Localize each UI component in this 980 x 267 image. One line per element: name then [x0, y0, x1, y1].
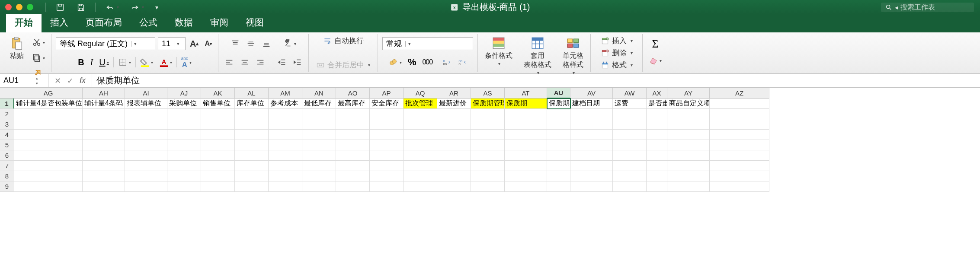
cell-AQ6[interactable]	[404, 150, 437, 161]
cell-AX8[interactable]	[647, 171, 667, 181]
cell-AJ1[interactable]: 采购单位	[167, 99, 201, 109]
cell-AH1[interactable]: 辅计量4条码	[83, 99, 125, 109]
wrap-text-button[interactable]: 自动换行	[321, 35, 365, 47]
cell-AM1[interactable]: 参考成本	[269, 99, 302, 109]
cell-AG9[interactable]	[14, 181, 83, 192]
row-header-2[interactable]: 2	[0, 109, 14, 119]
cell-AH4[interactable]	[83, 130, 125, 140]
cell-AY2[interactable]	[667, 109, 710, 119]
cell-AV3[interactable]	[570, 119, 613, 130]
cell-AR3[interactable]	[437, 119, 471, 130]
cell-AG6[interactable]	[14, 150, 83, 161]
cell-AZ9[interactable]	[710, 181, 769, 192]
col-header-AQ[interactable]: AQ	[404, 88, 437, 99]
cell-AY1[interactable]: 商品自定义项	[667, 99, 710, 109]
cell-AT9[interactable]	[505, 181, 547, 192]
cell-AJ9[interactable]	[167, 181, 201, 192]
cell-AV2[interactable]	[570, 109, 613, 119]
row-header-1[interactable]: 1	[0, 99, 14, 109]
tab-审阅[interactable]: 审阅	[202, 13, 237, 32]
cell-AY4[interactable]	[667, 130, 710, 140]
decrease-font-button[interactable]: A▾	[203, 39, 214, 48]
cell-AL4[interactable]	[235, 130, 269, 140]
orientation-button[interactable]: ab	[282, 38, 298, 49]
cell-AS7[interactable]	[471, 161, 505, 171]
cell-AS1[interactable]: 保质期管理	[471, 99, 505, 109]
col-header-AO[interactable]: AO	[336, 88, 370, 99]
align-left-button[interactable]	[223, 57, 236, 68]
cell-AT4[interactable]	[505, 130, 547, 140]
cell-AU5[interactable]	[547, 140, 570, 150]
cell-styles-button[interactable]: 单元格 格样式	[560, 35, 586, 76]
maximize-window-button[interactable]	[27, 4, 33, 10]
close-window-button[interactable]	[5, 4, 12, 10]
table-format-button[interactable]: 套用 表格格式	[521, 35, 554, 76]
tab-开始[interactable]: 开始	[6, 13, 42, 32]
cell-AO2[interactable]	[336, 109, 370, 119]
cell-reference-input[interactable]	[0, 76, 34, 85]
decrease-indent-button[interactable]	[275, 57, 288, 68]
cell-AL6[interactable]	[235, 150, 269, 161]
cell-AR9[interactable]	[437, 181, 471, 192]
cell-AL3[interactable]	[235, 119, 269, 130]
col-header-AG[interactable]: AG	[14, 88, 83, 99]
confirm-edit-button[interactable]: ✓	[67, 76, 74, 86]
cell-AW6[interactable]	[613, 150, 647, 161]
cell-AI5[interactable]	[125, 140, 167, 150]
cell-AU7[interactable]	[547, 161, 570, 171]
cell-AQ3[interactable]	[404, 119, 437, 130]
cell-AK7[interactable]	[201, 161, 235, 171]
cell-AU2[interactable]	[547, 109, 570, 119]
cell-AN4[interactable]	[302, 130, 336, 140]
cell-AR4[interactable]	[437, 130, 471, 140]
tab-插入[interactable]: 插入	[42, 13, 77, 32]
cell-AK2[interactable]	[201, 109, 235, 119]
cell-AM8[interactable]	[269, 171, 302, 181]
search-sheet[interactable]: ◂	[881, 3, 974, 12]
cell-AP2[interactable]	[370, 109, 404, 119]
name-box[interactable]: ▴▾	[0, 74, 48, 87]
cell-AN5[interactable]	[302, 140, 336, 150]
clear-button[interactable]	[647, 55, 663, 66]
bold-button[interactable]: B	[76, 57, 86, 68]
cell-AJ4[interactable]	[167, 130, 201, 140]
cell-AR8[interactable]	[437, 171, 471, 181]
col-header-AM[interactable]: AM	[269, 88, 302, 99]
cell-AZ7[interactable]	[710, 161, 769, 171]
cell-AW3[interactable]	[613, 119, 647, 130]
cell-AT6[interactable]	[505, 150, 547, 161]
col-header-AT[interactable]: AT	[505, 88, 547, 99]
cell-AN9[interactable]	[302, 181, 336, 192]
cell-AG8[interactable]	[14, 171, 83, 181]
cell-AH3[interactable]	[83, 119, 125, 130]
underline-button[interactable]: U	[97, 57, 110, 68]
cell-AV7[interactable]	[570, 161, 613, 171]
cell-AU6[interactable]	[547, 150, 570, 161]
cell-AZ3[interactable]	[710, 119, 769, 130]
cell-AL5[interactable]	[235, 140, 269, 150]
cell-AM9[interactable]	[269, 181, 302, 192]
cell-AV6[interactable]	[570, 150, 613, 161]
cell-AQ5[interactable]	[404, 140, 437, 150]
col-header-AR[interactable]: AR	[437, 88, 471, 99]
cell-AZ2[interactable]	[710, 109, 769, 119]
row-header-9[interactable]: 9	[0, 181, 14, 192]
cell-AR7[interactable]	[437, 161, 471, 171]
fx-icon[interactable]: fx	[80, 76, 86, 85]
col-header-AU[interactable]: AU	[547, 88, 570, 99]
col-header-AS[interactable]: AS	[471, 88, 505, 99]
cell-AY7[interactable]	[667, 161, 710, 171]
cell-AN1[interactable]: 最低库存	[302, 99, 336, 109]
row-header-7[interactable]: 7	[0, 161, 14, 171]
cell-AZ1[interactable]	[710, 99, 769, 109]
format-cells-button[interactable]: 格式	[599, 59, 634, 71]
align-middle-button[interactable]	[244, 38, 257, 49]
cell-AO9[interactable]	[336, 181, 370, 192]
cell-AX5[interactable]	[647, 140, 667, 150]
cell-AQ8[interactable]	[404, 171, 437, 181]
autosave-icon[interactable]	[54, 2, 67, 13]
cell-AK9[interactable]	[201, 181, 235, 192]
cell-AQ7[interactable]	[404, 161, 437, 171]
col-header-AX[interactable]: AX	[647, 88, 667, 99]
col-header-AJ[interactable]: AJ	[167, 88, 201, 99]
